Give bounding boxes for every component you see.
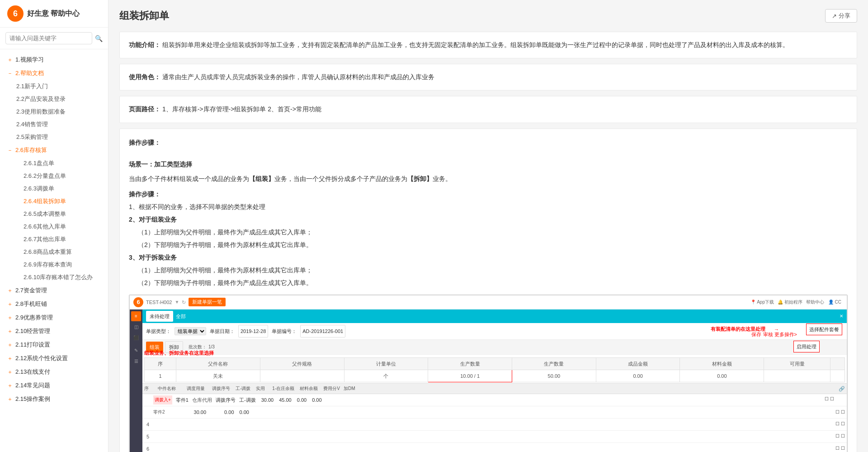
sidebar-item-213[interactable]: ＋ 2.13在线支付 (0, 365, 108, 379)
sidebar-item-docs[interactable]: － 2.帮助文档 (0, 67, 108, 80)
mock-row1-wh: 仓库代用 (192, 395, 212, 405)
sidebar-item-210[interactable]: ＋ 2.10经营管理 (0, 324, 108, 338)
mock-row4-actions: ☐ ☐ (835, 432, 845, 442)
sidebar-item-label: 2.15操作案例 (15, 395, 50, 403)
mock-row3-actions: ☐ ☐ (835, 419, 845, 429)
mock-row2-3: 0.00 (240, 407, 249, 417)
sidebar-item-214[interactable]: ＋ 2.14常见问题 (0, 379, 108, 392)
sidebar-item-267[interactable]: 2.6.7其他出库单 (0, 233, 108, 246)
sidebar-item-2610[interactable]: 2.6.10库存账本错了怎么办 (0, 271, 108, 284)
search-input[interactable] (5, 32, 92, 44)
sidebar-item-263[interactable]: 2.6.3调拨单 (0, 182, 108, 195)
search-icon[interactable]: 🔍 (95, 35, 103, 42)
sidebar-item-29[interactable]: ＋ 2.9优惠券管理 (0, 311, 108, 324)
sidebar-item-21[interactable]: 2.1新手入门 (0, 80, 108, 93)
mock-col-seq: 序 (145, 357, 176, 370)
mock-id-field: AD-20191226-001 (300, 325, 345, 338)
sidebar-item-label: 2.8手机旺铺 (15, 300, 47, 308)
mock-lower-rows: 调拨入+ 零件1 仓库代用 调拨序号 工-调拨 30.00 45.00 0.00… (142, 394, 847, 452)
mock-dropdown-arrow: ▼ (175, 298, 179, 307)
mock-enable-box[interactable]: 启用处理 (793, 341, 820, 352)
sidebar-item-265[interactable]: 2.6.5成本调整单 (0, 208, 108, 220)
mock-date-label: 单据日期： (210, 326, 235, 336)
path-label: 页面路径： (129, 105, 160, 113)
mock-select-box[interactable]: 选择配件套餐 (806, 324, 842, 335)
mock-teal-bar: 未待处理 全部 ✕ (142, 309, 847, 323)
mock-extra-btns: 保存 审核 更多操作> (751, 329, 797, 339)
annotation-text-4: 启用处理 (797, 344, 816, 349)
role-text: 通常由生产人员或库管人员完成拆装业务的操作，库管人员确认原材料的出库和产成品的入… (162, 73, 434, 81)
mock-lower-row4: 5 ☐ ☐ (142, 431, 847, 443)
sidebar-item-269[interactable]: 2.6.9库存账本查询 (0, 258, 108, 271)
mock-side-icons: ≡ ◫ ⬛ ✎ ☰ (130, 309, 142, 452)
sidebar-item-label: 2.7资金管理 (15, 286, 47, 295)
mock-row1-2: 0.00 (297, 395, 307, 405)
steps-label: 操作步骤： (129, 136, 848, 149)
mock-lower-col2: 中件名称 (158, 384, 176, 393)
sidebar-item-label: 2.11打印设置 (15, 341, 50, 349)
path-text: 1、库存核算->库存管理->组装拆卸单 2、首页->常用功能 (162, 105, 321, 113)
sidebar-item-266[interactable]: 2.6.6其他入库单 (0, 220, 108, 233)
sidebar-header: 6 好生意 帮助中心 (0, 0, 108, 28)
sidebar-item-26[interactable]: － 2.6库存核算 (0, 143, 108, 157)
mock-lower-col4: 调拨序号 (212, 384, 230, 393)
mock-col-qty2: 生产数量 (512, 357, 596, 370)
search-box: 🔍 (0, 28, 108, 49)
sidebar-item-video[interactable]: ＋ 1.视频学习 (0, 53, 108, 67)
mock-upper-table-area: 序 父件名称 父件规格 计量单位 生产数量 生产数量 成品金额 材料金额 可用量 (142, 355, 847, 384)
mock-sub-tabs: 组装 拆卸 批次数： 1/3 组装业务、拆卸业务在这里选择 启用处理 (142, 340, 847, 355)
mock-lower-row5: 6 ☐ ☐ (142, 443, 847, 452)
mock-row1-3: 0.00 (312, 395, 321, 405)
sidebar-item-215[interactable]: ＋ 2.15操作案例 (0, 392, 108, 406)
mock-refresh-icon: ↻ (182, 297, 186, 307)
mock-row1-type: 调拨入+ (153, 395, 172, 404)
mock-date-field: 2019-12-28 (238, 325, 268, 338)
plus-icon-29: ＋ (7, 314, 13, 322)
sidebar-item-261[interactable]: 2.6.1盘点单 (0, 157, 108, 170)
plus-icon: ＋ (7, 56, 13, 64)
plus-icon-213: ＋ (7, 368, 13, 376)
mock-col-prod-amt: 成品金额 (596, 357, 680, 370)
sidebar: 6 好生意 帮助中心 🔍 ＋ 1.视频学习 － 2.帮助文档 2.1新手入门 2… (0, 0, 108, 452)
sidebar-item-264[interactable]: 2.6.4组装拆卸单 (0, 195, 108, 208)
mock-lower-col10: 加DM (344, 384, 355, 393)
sidebar-item-211[interactable]: ＋ 2.11打印设置 (0, 338, 108, 352)
share-button[interactable]: ↗ 分享 (825, 9, 857, 23)
mock-col-qty1: 生产数量 (428, 357, 512, 370)
page-title: 组装拆卸单 (119, 9, 169, 23)
mock-side-icon-1: ◫ (131, 322, 141, 332)
plus-icon-214: ＋ (7, 382, 13, 390)
sidebar-item-27[interactable]: ＋ 2.7资金管理 (0, 284, 108, 297)
sidebar-item-25[interactable]: 2.5采购管理 (0, 131, 108, 143)
mock-new-btn[interactable]: 新建单据一笔 (189, 298, 226, 306)
sidebar-item-label: 1.视频学习 (15, 56, 44, 64)
page-header: 组装拆卸单 ↗ 分享 (119, 9, 857, 23)
table-row: 1 关未 个 10.00 / 1 50.00 0.00 0.00 (145, 370, 845, 382)
sidebar-item-268[interactable]: 2.6.8商品成本重算 (0, 246, 108, 258)
sidebar-item-24[interactable]: 2.4销售管理 (0, 118, 108, 131)
sidebar-item-22[interactable]: 2.2产品安装及登录 (0, 93, 108, 105)
sidebar-item-262[interactable]: 2.6.2分量盘点单 (0, 170, 108, 182)
mock-type-select[interactable]: 组装单据 拆卸单据 (175, 327, 206, 335)
mock-lower-row2: 零件2 30.00 0.00 0.00 ☐ ☐ (142, 406, 847, 419)
mock-col-parent-name: 父件名称 (176, 357, 260, 370)
step2-2: （2）下部明细为子件明细，最终作为原材料生成其它出库单。 (129, 238, 848, 251)
feature-label: 功能介绍： (129, 41, 160, 48)
mock-lower-row3: 4 ☐ ☐ (142, 419, 847, 431)
screenshot: 6 TEST-H002 ▼ ↻ 新建单据一笔 📍 App下载 🔔 初始程序 帮助… (129, 295, 848, 452)
sidebar-item-212[interactable]: ＋ 2.12系统个性化设置 (0, 352, 108, 365)
step2: 2、对于组装业务 (129, 213, 848, 226)
sidebar-item-label: 2.13在线支付 (15, 368, 50, 376)
sidebar-item-label: 2.12系统个性化设置 (15, 354, 68, 362)
mock-form-area: 单据类型： 组装单据 拆卸单据 单据日期： 2019-12-28 单据编号： A… (142, 323, 847, 340)
path-section: 页面路径： 1、库存核算->库存管理->组装拆卸单 2、首页->常用功能 (119, 96, 857, 123)
sidebar-item-23[interactable]: 2.3使用前数据准备 (0, 105, 108, 118)
sidebar-item-28[interactable]: ＋ 2.8手机旺铺 (0, 297, 108, 311)
step3-1: （1）上部明细为父件明细，最终作为原材料生成其它出库单； (129, 264, 848, 276)
sidebar-item-label: 2.帮助文档 (15, 69, 44, 77)
mock-tab2: 全部 (176, 311, 186, 321)
mock-body: ≡ ◫ ⬛ ✎ ☰ 未待处理 全部 (130, 309, 847, 452)
mock-row1-actions: ☐ ☐ (825, 395, 834, 404)
mock-lower-col8: 材料余额 (300, 384, 318, 393)
mock-row2-qty: 30.00 (194, 407, 207, 417)
